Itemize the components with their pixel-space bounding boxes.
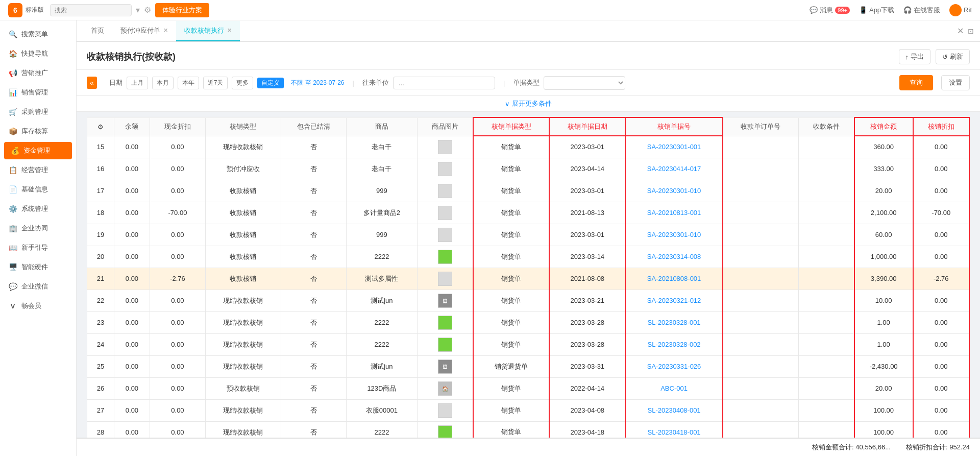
cell-receipt-condition [798,290,854,311]
this-year-btn[interactable]: 本年 [178,77,199,89]
page-actions: ↑ 导出 ↺ 刷新 [899,49,970,64]
cell-writeoff-no[interactable]: SL-20230328-001 [625,311,722,333]
cell-writeoff-no[interactable]: SA-20230331-026 [625,355,722,377]
last7days-btn[interactable]: 近7天 [203,77,228,89]
dropdown-icon[interactable]: ▾ [136,5,140,15]
cell-writeoff-no[interactable]: SA-20230321-012 [625,290,722,311]
cell-writeoff-bill-type: 销货单 [473,136,549,158]
more-btn[interactable]: 更多 [232,77,253,89]
cell-writeoff-no[interactable]: SA-20210808-001 [625,268,722,290]
cell-cash-discount: 0.00 [150,224,206,246]
industry-btn[interactable]: 体验行业方案 [155,3,209,17]
tab-home[interactable]: 首页 [83,21,112,41]
cell-writeoff-no[interactable]: SA-20230301-001 [625,136,722,158]
sidebar-item-guide[interactable]: 📖 新手引导 [0,238,76,257]
cell-writeoff-bill-type: 销货单 [473,311,549,333]
sidebar-item-system[interactable]: ⚙️ 系统管理 [0,199,76,219]
setting-btn[interactable]: 设置 [941,75,970,90]
writeoff-no-link[interactable]: SA-20230301-010 [647,231,701,238]
cell-writeoff-no[interactable]: ABC-001 [625,377,722,399]
this-month-btn[interactable]: 本月 [152,77,174,89]
writeoff-no-link[interactable]: SL-20230408-001 [648,406,701,414]
cell-writeoff-discount: 0.00 [913,333,969,355]
writeoff-no-link[interactable]: SL-20230418-001 [648,428,701,436]
sidebar-item-marketing[interactable]: 📢 营销推广 [0,63,76,83]
phone-icon: 📱 [859,6,867,14]
writeoff-no-link[interactable]: SA-20230301-001 [647,143,701,151]
sidebar-item-enterprise[interactable]: 🏢 企业协同 [0,219,76,238]
sidebar-item-operations[interactable]: 📋 经营管理 [0,160,76,180]
sidebar-item-label-wechat: 企业微信 [21,282,48,291]
collapse-icon[interactable]: « [87,77,97,89]
cell-balance: 0.00 [114,158,150,180]
writeoff-no-link[interactable]: SA-20210808-001 [647,275,701,282]
writeoff-no-link[interactable]: SA-20230321-012 [647,297,701,304]
th-gear[interactable]: ⚙ [87,117,114,136]
cell-balance: 0.00 [114,399,150,421]
sidebar-item-basicinfo[interactable]: 📄 基础信息 [0,180,76,199]
tab-prepay-close[interactable]: ✕ [163,27,168,34]
cell-writeoff-no[interactable]: SL-20230408-001 [625,399,722,421]
cell-writeoff-bill-type: 销货单 [473,224,549,246]
last-month-btn[interactable]: 上月 [127,77,148,89]
sidebar-item-finance[interactable]: 💰 资金管理 [4,142,72,159]
writeoff-no-link[interactable]: SL-20230328-002 [648,341,701,348]
tab-receivable[interactable]: 收款核销执行 ✕ [176,21,240,41]
cell-writeoff-type: 收款核销 [205,268,281,290]
refresh-btn[interactable]: ↺ 刷新 [936,49,970,64]
sidebar-item-wechat[interactable]: 💬 企业微信 [0,277,76,296]
filter-expand-btn[interactable]: « [87,77,97,89]
cell-writeoff-discount: 0.00 [913,377,969,399]
tab-prepay[interactable]: 预付冲应付单 ✕ [112,21,176,41]
sidebar-item-purchase[interactable]: 🛒 采购管理 [0,102,76,122]
expand-more-bar: ∨ 展开更多条件 [77,96,980,112]
filter-date-row: 日期 上月 本月 本年 近7天 更多 自定义 不限 至 2023-07-26 [109,77,345,89]
inventory-icon: 📦 [8,127,17,136]
main-content: 首页 预付冲应付单 ✕ 收款核销执行 ✕ ✕ ⊡ 收款核销执行(按收款) ↑ [77,20,980,456]
cell-writeoff-no[interactable]: SA-20210813-001 [625,202,722,224]
sidebar-item-label-guide: 新手引导 [21,243,48,252]
sidebar-item-label-search: 搜索菜单 [21,30,48,39]
sidebar-item-quicknav[interactable]: 🏠 快捷导航 [0,44,76,63]
sidebar-item-sales[interactable]: 📊 销售管理 [0,83,76,102]
app-download-btn[interactable]: 📱 App下载 [859,6,894,15]
close-window-icon[interactable]: ✕ [957,26,964,36]
cell-writeoff-no[interactable]: SA-20230314-008 [625,246,722,268]
cell-writeoff-no[interactable]: SL-20230328-002 [625,333,722,355]
table-body: 15 0.00 0.00 现结收款核销 否 老白干 销货单 2023-03-01… [87,136,970,438]
cell-writeoff-no[interactable]: SA-20230301-010 [625,180,722,202]
from-unit-input[interactable] [393,77,495,89]
tab-receivable-close[interactable]: ✕ [227,27,232,34]
sidebar-item-hardware[interactable]: 🖥️ 智能硬件 [0,257,76,277]
cell-receipt-order-no [723,333,798,355]
export-btn[interactable]: ↑ 导出 [899,49,931,64]
expand-more-btn[interactable]: ∨ 展开更多条件 [505,99,552,108]
query-btn[interactable]: 查询 [899,75,933,90]
writeoff-no-link[interactable]: SA-20230314-008 [647,253,701,260]
maximize-icon[interactable]: ⊡ [968,27,974,35]
custom-btn[interactable]: 自定义 [257,78,284,88]
user-profile[interactable]: Rit [949,4,972,16]
settings-icon[interactable]: ⚙ [144,5,151,15]
sidebar-item-search[interactable]: 🔍 搜索菜单 [0,25,76,44]
sidebar-item-inventory[interactable]: 📦 库存核算 [0,122,76,141]
online-service-btn[interactable]: 🎧 在线客服 [903,6,940,15]
writeoff-no-link[interactable]: SA-20230301-010 [647,187,701,195]
bill-type-select[interactable] [544,76,625,90]
cell-writeoff-no[interactable]: SA-20230414-017 [625,158,722,180]
cell-goods: 老白干 [346,136,417,158]
cell-goods: 测试多属性 [346,268,417,290]
writeoff-no-link[interactable]: SA-20230331-026 [647,363,701,370]
search-input[interactable] [50,4,132,16]
writeoff-no-link[interactable]: SA-20210813-001 [647,209,701,217]
writeoff-no-link[interactable]: ABC-001 [660,385,688,392]
cell-writeoff-no[interactable]: SA-20230301-010 [625,224,722,246]
writeoff-no-link[interactable]: SL-20230328-001 [648,319,701,326]
sidebar-item-member[interactable]: V 畅会员 [0,296,76,316]
cell-writeoff-no[interactable]: SL-20230418-001 [625,421,722,438]
th-writeoff-amount: 核销金额 [854,117,913,136]
finance-icon: 💰 [10,146,19,155]
message-btn[interactable]: 💬 消息 99+ [810,6,850,15]
writeoff-no-link[interactable]: SA-20230414-017 [647,165,701,173]
cell-writeoff-amount: 360.00 [854,136,913,158]
